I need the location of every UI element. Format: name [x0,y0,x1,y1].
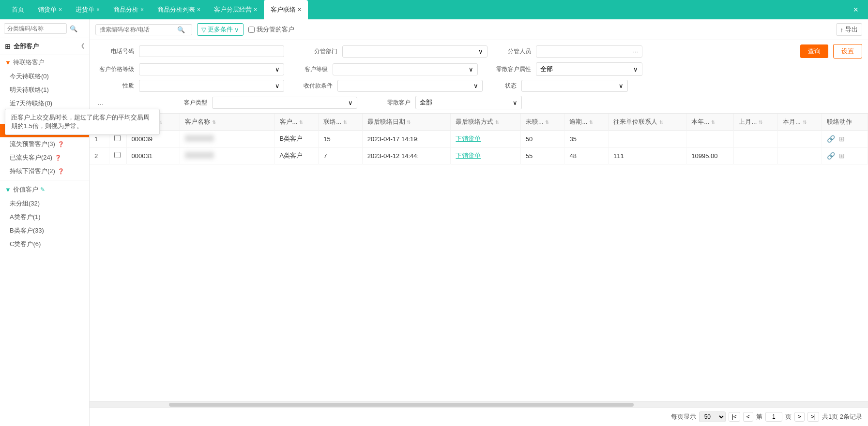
year-sort-icon[interactable]: ⇅ [711,119,715,125]
sidebar-declining-customers[interactable]: 持续下滑客户(2) ❓ [0,164,89,178]
row2-grid-icon[interactable]: ⊞ [839,152,845,160]
my-customer-check[interactable] [248,27,255,33]
status-select[interactable]: ∨ [521,80,628,92]
col-last-contact-method[interactable]: 最后联络方式 ⇅ [451,114,520,131]
phone-input[interactable] [139,45,284,57]
row1-grid-icon[interactable]: ⊞ [839,135,845,143]
sidebar-class-a[interactable]: A类客户(1) [0,210,89,224]
sidebar-pending-group[interactable]: ▼ 待联络客户 [0,55,89,70]
sidebar-class-b[interactable]: B类客户(33) [0,224,89,237]
more-dots[interactable]: ... [95,98,106,107]
sidebar-lost-warning[interactable]: 流失预警客户(3) ❓ [0,137,89,151]
first-page-btn[interactable]: |< [729,412,740,422]
col-name[interactable]: 客户名称 ⇅ [180,114,274,131]
nav-analysis-list[interactable]: 商品分析列表 × [151,0,207,19]
last-method-sort-icon[interactable]: ⇅ [495,119,499,125]
row2-checkbox[interactable] [114,152,121,158]
per-page-select[interactable]: 50 20 100 [699,411,726,422]
nav-customer-contact-close[interactable]: × [298,6,301,13]
nav-analysis-close[interactable]: × [140,6,144,13]
last-month-sort-icon[interactable]: ⇅ [759,119,762,125]
export-button[interactable]: ↑ 导出 [836,23,863,36]
sidebar-today-contact[interactable]: 今天待联络(0) [0,70,89,83]
current-page-input[interactable] [765,412,782,422]
dept-select[interactable]: ∨ [342,45,487,58]
nav-purchase-close[interactable]: × [96,6,100,13]
nav-sales[interactable]: 销货单 × [31,0,69,19]
main-search-input[interactable] [100,26,177,33]
row1-link-icon[interactable]: 🔗 [827,135,835,143]
col-overdue[interactable]: 逾期... ⇅ [564,114,609,131]
sidebar-tomorrow-contact[interactable]: 明天待联络(1) [0,83,89,97]
customer-type-select[interactable]: ∨ [212,97,357,109]
row2-select[interactable] [109,147,126,164]
grid-icon: ⊞ [5,43,11,50]
sidebar-collapse-btn[interactable]: 《 [78,42,84,51]
row2-link-icon[interactable]: 🔗 [827,152,835,160]
uncontacted-sort-icon[interactable]: ⇅ [545,119,549,125]
contacts-sort-icon[interactable]: ⇅ [659,119,663,125]
sidebar-lost-customers[interactable]: 已流失客户(24) ❓ [0,151,89,164]
sidebar-class-c[interactable]: C类客户(6) [0,237,89,251]
nav-analysis-list-close[interactable]: × [197,6,200,13]
scroll-bar-thumb[interactable] [169,403,634,407]
sidebar-search-icon[interactable]: 🔍 [70,25,77,32]
retail-attr-select[interactable]: 全部 ∨ [536,62,642,76]
retail-customer-select[interactable]: 全部 ∨ [415,96,522,109]
declining-info[interactable]: ❓ [58,168,64,174]
row1-last-method[interactable]: 下销货单 [451,131,520,147]
table-scroll-bar[interactable] [90,401,868,407]
name-sort-icon[interactable]: ⇅ [212,119,216,125]
query-button[interactable]: 查询 [800,44,828,58]
nav-purchase[interactable]: 进货单 × [69,0,107,19]
col-type[interactable]: 客户... ⇅ [274,114,319,131]
this-month-sort-icon[interactable]: ⇅ [803,119,807,125]
settings-button[interactable]: 设置 [833,44,862,59]
value-edit-icon[interactable]: ✎ [40,186,45,193]
nav-analysis[interactable]: 商品分析 × [107,0,151,19]
col-uncontacted[interactable]: 未联... ⇅ [520,114,564,131]
window-close-button[interactable]: × [848,5,863,15]
type-sort-icon[interactable]: ⇅ [299,119,303,125]
sidebar-7days-contact[interactable]: 近7天待联络(0) [0,97,89,110]
col-contact-count[interactable]: 联络... ⇅ [319,114,363,131]
col-contacts[interactable]: 往来单位联系人 ⇅ [609,114,686,131]
lost-warning-info[interactable]: ❓ [58,141,64,147]
row1-contacts [609,131,686,147]
next-page-btn[interactable]: > [794,412,805,422]
col-last-contact-date[interactable]: 最后联络日期 ⇅ [362,114,451,131]
nav-sales-close[interactable]: × [59,6,62,13]
row2-last-method[interactable]: 下销货单 [451,147,520,164]
nav-customer-tier-close[interactable]: × [254,6,257,13]
price-grade-select[interactable]: ∨ [139,63,284,75]
col-this-month[interactable]: 本月... ⇅ [778,114,822,131]
row2-index: 2 [90,147,109,164]
nav-home[interactable]: 首页 [5,0,31,19]
sidebar-all-customers[interactable]: ⊞ 全部客户 《 [0,38,89,55]
dept-chevron: ∨ [478,48,483,55]
nav-customer-contact[interactable]: 客户联络 × [264,0,308,19]
col-last-month[interactable]: 上月... ⇅ [734,114,778,131]
sidebar-ungrouped[interactable]: 未分组(32) [0,197,89,210]
export-icon: ↑ [840,26,844,33]
sidebar-value-group[interactable]: ▼ 价值客户 ✎ [0,182,89,197]
sidebar-search-input[interactable] [4,23,67,34]
last-page-btn[interactable]: >| [807,412,819,422]
overdue-sort-icon[interactable]: ⇅ [589,119,593,125]
contact-count-sort-icon[interactable]: ⇅ [343,119,347,125]
col-this-year[interactable]: 本年... ⇅ [686,114,734,131]
gender-select[interactable]: ∨ [139,80,284,92]
more-conditions-btn[interactable]: ▽ 更多条件 ∨ [197,23,244,36]
lost-info[interactable]: ❓ [55,155,61,161]
row1-checkbox[interactable] [114,135,121,141]
main-search-icon[interactable]: 🔍 [177,26,185,33]
my-customer-checkbox[interactable]: 我分管的客户 [248,25,294,34]
person-select[interactable]: ··· [536,45,642,58]
filter-row-2: 客户价格等级 ∨ 客户等级 ∨ 零散客户属性 全部 ∨ [95,62,862,76]
nav-customer-tier[interactable]: 客户分层经营 × [207,0,264,19]
payment-select[interactable]: ∨ [337,80,483,92]
prev-page-btn[interactable]: < [743,412,753,422]
row1-type: B类客户 [274,131,319,147]
last-date-sort-icon[interactable]: ⇅ [407,119,411,125]
customer-grade-select[interactable]: ∨ [333,63,478,75]
